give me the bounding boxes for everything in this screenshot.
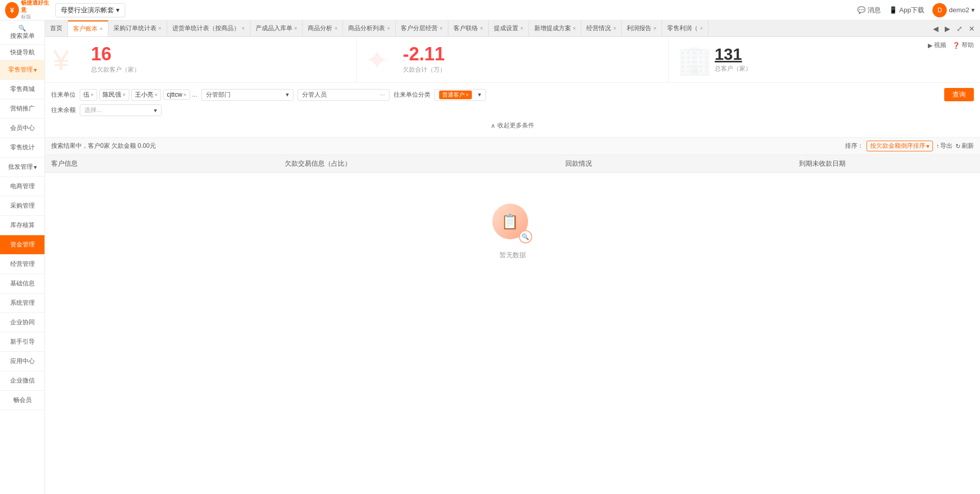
- balance-label: 往来余额: [51, 106, 76, 115]
- filter-tag-cjttcw[interactable]: cjttcw ×: [163, 89, 190, 100]
- remove-tag-icon[interactable]: ×: [90, 92, 94, 98]
- app-download-btn[interactable]: 📱 App下载: [889, 6, 924, 15]
- filter-tag-wang[interactable]: 王小亮 ×: [131, 89, 161, 101]
- filter-tags: 伍 × 陈民强 × 王小亮 × cjttcw ×: [80, 89, 197, 101]
- sidebar-item-retail-mgmt[interactable]: 零售管理 ▾: [0, 60, 44, 80]
- query-button[interactable]: 查询: [944, 88, 974, 101]
- close-icon[interactable]: ×: [387, 26, 390, 31]
- sidebar-item-new-guide[interactable]: 新手引导: [0, 332, 44, 352]
- logo-area: ¥ 畅捷通好生意 标版: [5, 0, 50, 20]
- help-btn[interactable]: ❓ 帮助: [952, 41, 974, 50]
- sidebar-item-wholesale-mgmt[interactable]: 批发管理 ▾: [0, 158, 44, 177]
- content-area: 首页 客户账本 × 采购订单统计表 × 进货单统计表（按商品） × 产成品入库单…: [45, 20, 980, 494]
- category-tag[interactable]: 普通客户 ×: [439, 91, 472, 99]
- sidebar-quick-nav[interactable]: 快捷导航: [0, 45, 44, 60]
- avatar: D: [932, 3, 947, 17]
- empty-search-icon: 🔍: [519, 230, 532, 243]
- chevron-down-icon: ▾: [478, 91, 481, 98]
- sidebar-item-retail-stats[interactable]: 零售统计: [0, 138, 44, 158]
- tab-purchase-order-stats[interactable]: 采购订单统计表 ×: [108, 20, 167, 36]
- sidebar-item-inventory[interactable]: 库存核算: [0, 216, 44, 235]
- main-layout: 🔍 搜索菜单 快捷导航 零售管理 ▾ 零售商城 营销推广 会员中心 零售统计 批…: [0, 20, 980, 494]
- credit-customers-label: 总欠款客户（家）: [91, 65, 140, 74]
- sidebar-item-operations[interactable]: 经营管理: [0, 255, 44, 274]
- remove-tag-icon[interactable]: ×: [183, 92, 186, 98]
- tab-scroll-right-btn[interactable]: ▶: [943, 24, 952, 34]
- tab-commission-settings[interactable]: 提成设置 ×: [489, 20, 529, 36]
- remove-tag-icon[interactable]: ×: [122, 92, 125, 98]
- sidebar-item-enterprise-collab[interactable]: 企业协同: [0, 313, 44, 332]
- messages-btn[interactable]: 💬 消息: [857, 6, 881, 15]
- balance-select[interactable]: 选择... ▾: [80, 104, 162, 116]
- sidebar-item-purchase-mgmt[interactable]: 采购管理: [0, 196, 44, 216]
- filter-tag-chen[interactable]: 陈民强 ×: [99, 89, 129, 101]
- sidebar-item-marketing[interactable]: 营销推广: [0, 99, 44, 119]
- filter-area: 往来单位 伍 × 陈民强 × 王小亮 ×: [45, 83, 980, 138]
- sidebar-item-ecommerce[interactable]: 电商管理: [0, 177, 44, 196]
- tab-retail-profit[interactable]: 零售利润（ ×: [662, 20, 709, 36]
- unit-category-select[interactable]: 普通客户 × ▾: [435, 89, 486, 101]
- workspace-selector[interactable]: 母婴行业演示帐套 ▾: [55, 3, 125, 17]
- close-icon[interactable]: ×: [573, 26, 576, 31]
- video-btn[interactable]: ▶ 视频: [928, 41, 946, 50]
- sidebar-item-retail-mall[interactable]: 零售商城: [0, 80, 44, 99]
- tab-home[interactable]: 首页: [45, 20, 68, 36]
- tab-customer-tier[interactable]: 客户分层经营 ×: [396, 20, 448, 36]
- sidebar-search[interactable]: 🔍 搜索菜单: [0, 20, 44, 45]
- close-icon[interactable]: ×: [334, 26, 337, 31]
- collapse-btn[interactable]: ∧ 收起更多条件: [489, 119, 536, 132]
- sidebar-item-finance[interactable]: 资金管理: [0, 235, 44, 255]
- export-btn[interactable]: ↑ 导出: [936, 142, 952, 150]
- close-icon[interactable]: ×: [158, 26, 162, 31]
- close-icon[interactable]: ×: [613, 26, 616, 31]
- tab-expand-btn[interactable]: ⤢: [954, 24, 965, 34]
- sort-option-btn[interactable]: 按欠款金额倒序排序 ▾: [867, 141, 933, 151]
- top-right: 💬 消息 📱 App下载 D demo2 ▾: [857, 3, 975, 17]
- tab-scroll-left-btn[interactable]: ◀: [931, 24, 941, 34]
- sidebar-item-enterprise-wechat[interactable]: 企业微信: [0, 371, 44, 391]
- stat-credit-customers: ¥ 16 总欠款客户（家）: [45, 37, 357, 82]
- tab-customer-ledger[interactable]: 客户账本 ×: [68, 20, 108, 36]
- close-icon[interactable]: ×: [480, 26, 483, 31]
- branch-person-select[interactable]: 分管人员 ···: [298, 89, 390, 101]
- total-customers-value: 131: [715, 46, 742, 62]
- filter-more-btn[interactable]: ...: [192, 91, 197, 98]
- close-icon[interactable]: ×: [100, 26, 103, 32]
- tab-close-all-btn[interactable]: ✕: [967, 24, 977, 34]
- chevron-down-icon: ▾: [116, 6, 120, 14]
- sidebar-item-member-center[interactable]: 会员中心: [0, 119, 44, 138]
- close-icon[interactable]: ×: [242, 26, 245, 31]
- logo-sub: 标版: [21, 13, 50, 20]
- tab-add-commission-plan[interactable]: 新增提成方案 ×: [529, 20, 582, 36]
- remove-tag-icon[interactable]: ×: [154, 92, 157, 98]
- remove-category-icon[interactable]: ×: [466, 92, 469, 98]
- unit-filter-label: 往来单位: [51, 91, 76, 99]
- close-icon[interactable]: ×: [700, 26, 703, 31]
- close-icon[interactable]: ×: [294, 26, 298, 31]
- tab-controls: ◀ ▶ ⤢ ✕: [928, 24, 980, 34]
- branch-dept-select[interactable]: 分管部门 ▾: [201, 89, 293, 101]
- table-header-row: 客户信息 欠款交易信息（占比） 回款情况 到期未收款日期: [45, 155, 980, 173]
- refresh-btn[interactable]: ↻ 刷新: [955, 142, 974, 150]
- tab-profit-report[interactable]: 利润报告 ×: [622, 20, 662, 36]
- sidebar-item-basic-info[interactable]: 基础信息: [0, 274, 44, 294]
- close-icon[interactable]: ×: [520, 26, 523, 31]
- question-icon: ❓: [952, 42, 960, 49]
- tab-purchase-stats-by-product[interactable]: 进货单统计表（按商品） ×: [167, 20, 250, 36]
- sidebar-item-member[interactable]: 畅会员: [0, 391, 44, 410]
- data-table: 客户信息 欠款交易信息（占比） 回款情况 到期未收款日期: [45, 155, 980, 290]
- sidebar-item-system-mgmt[interactable]: 系统管理: [0, 294, 44, 313]
- tab-operations[interactable]: 经营情况 ×: [581, 20, 622, 36]
- close-icon[interactable]: ×: [440, 26, 443, 31]
- sidebar-item-app-center[interactable]: 应用中心: [0, 352, 44, 371]
- tab-customer-contact[interactable]: 客户联络 ×: [448, 20, 489, 36]
- user-menu[interactable]: D demo2 ▾: [932, 3, 975, 17]
- tab-product-analysis-list[interactable]: 商品分析列表 ×: [343, 20, 396, 36]
- close-icon[interactable]: ×: [653, 26, 656, 31]
- tab-finished-stock[interactable]: 产成品入库单 ×: [250, 20, 303, 36]
- tab-product-analysis[interactable]: 商品分析 ×: [303, 20, 343, 36]
- chevron-down-icon: ▾: [154, 107, 157, 114]
- filter-tag-wu[interactable]: 伍 ×: [80, 89, 97, 101]
- unit-category-label: 往来单位分类: [394, 91, 430, 99]
- chevron-down-icon: ▾: [34, 164, 37, 171]
